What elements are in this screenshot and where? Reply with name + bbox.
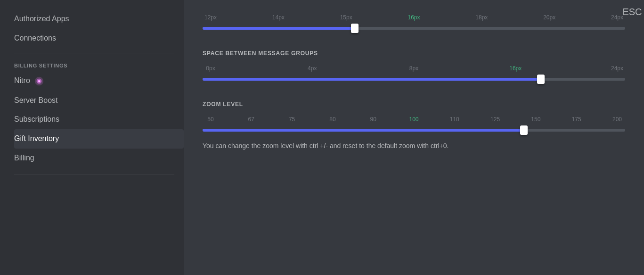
close-label: ESC xyxy=(622,7,642,17)
tick-label-20px: 20px xyxy=(542,14,556,21)
sidebar-item-label: Connections xyxy=(14,33,56,43)
sidebar-item-connections[interactable]: Connections xyxy=(14,29,184,48)
zoom-hint-text: You can change the zoom level with ctrl … xyxy=(203,141,551,151)
tick-label-18px: 18px xyxy=(474,14,489,21)
sidebar-item-server-boost[interactable]: Server Boost xyxy=(14,91,184,110)
nitro-icon xyxy=(34,76,44,86)
sidebar-item-label: Server Boost xyxy=(14,96,57,106)
message-spacing-track[interactable] xyxy=(203,75,625,84)
sidebar-item-label: Authorized Apps xyxy=(14,14,69,24)
sidebar-divider-bottom xyxy=(14,175,174,175)
font-size-slider-section: 12px 14px 15px 16px 18px 20px 24px xyxy=(203,14,625,33)
font-size-tick-labels: 12px 14px 15px 16px 18px 20px 24px xyxy=(203,14,625,21)
tick-label-100: 100 xyxy=(407,116,421,123)
tick-label-12px: 12px xyxy=(204,14,218,21)
tick-label-15px: 15px xyxy=(339,14,353,21)
tick-label-24px-msg: 24px xyxy=(610,65,624,72)
sidebar-item-nitro[interactable]: Nitro xyxy=(14,71,184,91)
tick-label-8px: 8px xyxy=(407,65,421,72)
sidebar-item-label: Subscriptions xyxy=(14,115,59,125)
sidebar-item-authorized-apps[interactable]: Authorized Apps xyxy=(14,9,184,29)
message-spacing-track-bg xyxy=(203,78,625,81)
sidebar: Authorized Apps Connections BILLING SETT… xyxy=(0,0,184,275)
font-size-track-bg xyxy=(203,27,625,30)
tick-label-4px: 4px xyxy=(305,65,319,72)
zoom-level-track-bg xyxy=(203,129,625,132)
zoom-level-thumb[interactable] xyxy=(520,125,528,135)
message-spacing-thumb[interactable] xyxy=(537,75,545,84)
tick-label-16px-active: 16px xyxy=(407,14,421,21)
sidebar-item-subscriptions[interactable]: Subscriptions xyxy=(14,110,184,129)
tick-label-75: 75 xyxy=(285,116,299,123)
zoom-level-track-fill xyxy=(203,129,524,132)
tick-label-125: 125 xyxy=(488,116,502,123)
sidebar-item-gift-inventory[interactable]: Gift Inventory xyxy=(14,129,184,149)
tick-label-14px: 14px xyxy=(271,14,285,21)
sidebar-divider xyxy=(14,53,174,53)
svg-point-3 xyxy=(38,80,40,82)
message-spacing-tick-labels: 0px 4px 8px 16px 24px xyxy=(203,65,625,72)
font-size-track-fill xyxy=(203,27,355,30)
zoom-tick-labels: 50 67 75 80 90 100 110 125 150 175 200 xyxy=(203,116,625,123)
tick-label-200: 200 xyxy=(610,116,624,123)
tick-label-16px-msg: 16px xyxy=(508,65,522,72)
zoom-level-track[interactable] xyxy=(203,125,625,135)
message-spacing-track-fill xyxy=(203,78,541,81)
zoom-level-slider-section: ZOOM LEVEL 50 67 75 80 90 100 110 125 15… xyxy=(203,101,625,151)
tick-label-110: 110 xyxy=(448,116,462,123)
font-size-track[interactable] xyxy=(203,24,625,33)
font-size-thumb[interactable] xyxy=(351,24,359,33)
tick-label-150: 150 xyxy=(529,116,543,123)
close-button[interactable]: ESC xyxy=(620,0,644,24)
tick-label-50: 50 xyxy=(204,116,218,123)
billing-section-label: BILLING SETTINGS xyxy=(14,58,184,71)
sidebar-item-label: Gift Inventory xyxy=(14,134,59,144)
tick-label-0px: 0px xyxy=(204,65,218,72)
zoom-level-label: ZOOM LEVEL xyxy=(203,101,625,108)
sidebar-item-billing[interactable]: Billing xyxy=(14,149,184,168)
tick-label-175: 175 xyxy=(570,116,584,123)
sidebar-item-label: Nitro xyxy=(14,76,30,86)
tick-label-90: 90 xyxy=(366,116,380,123)
message-spacing-slider-section: SPACE BETWEEN MESSAGE GROUPS 0px 4px 8px… xyxy=(203,50,625,84)
tick-label-80: 80 xyxy=(326,116,340,123)
main-content: 12px 14px 15px 16px 18px 20px 24px SPACE… xyxy=(184,0,644,275)
message-spacing-label: SPACE BETWEEN MESSAGE GROUPS xyxy=(203,50,625,57)
tick-label-67: 67 xyxy=(244,116,258,123)
sidebar-item-label: Billing xyxy=(14,153,34,163)
